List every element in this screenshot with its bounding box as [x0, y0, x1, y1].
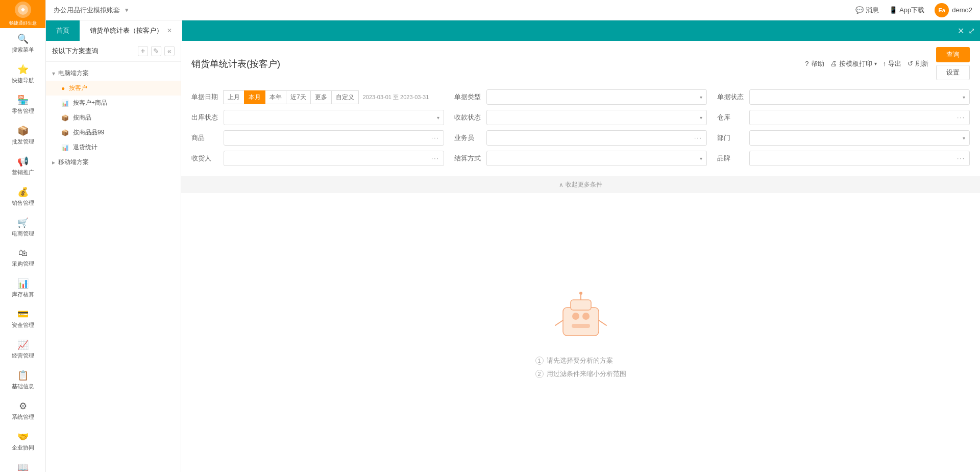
empty-tips: 1 请先选择要分析的方案 2 用过滤条件来缩小分析范围 [535, 356, 626, 379]
tab-sales-stats[interactable]: 销货单统计表（按客户） ✕ [80, 20, 182, 41]
sidebar-item-basic-info[interactable]: 📋 基础信息 [0, 365, 46, 395]
date-tab-this-year[interactable]: 本年 [265, 90, 286, 104]
tab-fullscreen-icon[interactable]: ⤢ [968, 26, 975, 36]
recipient-label: 收货人 [191, 154, 219, 163]
department-control[interactable]: ▾ [749, 130, 970, 146]
sidebar-item-retail-mgmt[interactable]: 🏪 零售管理 [0, 89, 46, 120]
scheme-panel: 按以下方案查询 + ✎ « ▾ 电脑端方案 ● 按客户 [46, 41, 181, 472]
system-mgmt-label: 系统管理 [12, 413, 34, 421]
date-control: 上月 本月 本年 近7天 更多 自定义 2023-03-01 至 2023-03… [224, 90, 444, 104]
settlement-control[interactable]: ▾ [486, 151, 707, 166]
message-button[interactable]: 💬 消息 [855, 6, 879, 15]
message-icon: 💬 [855, 6, 864, 14]
sidebar-item-new-guide[interactable]: 📖 新手引导 [0, 457, 46, 472]
user-area[interactable]: Ea demo2 [935, 3, 972, 17]
wholesale-mgmt-label: 批发管理 [12, 138, 34, 146]
recipient-control[interactable]: ··· [224, 151, 444, 166]
filter-type: 单据类型 ▾ [454, 89, 707, 105]
search-menu-icon: 🔍 [17, 33, 29, 44]
export-button[interactable]: ↑ 导出 [883, 59, 902, 68]
tree-item-icon-2: 📊 [61, 100, 69, 107]
sales-mgmt-label: 销售管理 [12, 199, 34, 207]
date-range: 2023-03-01 至 2023-03-31 [363, 93, 429, 101]
type-control[interactable]: ▾ [486, 89, 707, 105]
svg-line-6 [555, 320, 563, 325]
query-button[interactable]: 查询 [936, 47, 970, 62]
tree-group-desktop-title[interactable]: ▾ 电脑端方案 [46, 66, 181, 81]
recipient-dots: ··· [431, 155, 439, 162]
brand-control[interactable]: ··· [749, 151, 970, 166]
scheme-panel-title: 按以下方案查询 [52, 46, 99, 56]
tree-item-icon-4: 📦 [61, 129, 69, 136]
goods-label: 商品 [191, 133, 219, 143]
receipt-status-control[interactable]: ▾ [486, 110, 707, 125]
app-download-button[interactable]: 📱 App下载 [889, 6, 924, 15]
salesperson-label: 业务员 [454, 133, 482, 143]
status-control[interactable]: ▾ [749, 89, 970, 105]
sidebar-item-finance[interactable]: 💳 资金管理 [0, 303, 46, 334]
setting-button[interactable]: 设置 [936, 65, 970, 80]
sidebar-item-purchase[interactable]: 🛍 采购管理 [0, 243, 46, 273]
ecommerce-icon: 🛒 [17, 217, 29, 228]
scheme-tree: ▾ 电脑端方案 ● 按客户 📊 按客户+商品 📦 按商品 [46, 62, 181, 472]
retail-mgmt-label: 零售管理 [12, 107, 34, 115]
tree-item-return-stats[interactable]: 📊 退货统计 [46, 140, 181, 155]
app-title: 办公用品行业模拟账套 [54, 6, 120, 15]
sidebar-item-operation[interactable]: 📈 经营管理 [0, 334, 46, 365]
sidebar-item-quick-nav[interactable]: ⭐ 快捷导航 [0, 59, 46, 89]
tree-item-by-customer[interactable]: ● 按客户 [46, 81, 181, 96]
tab-close-icon[interactable]: ✕ [167, 27, 172, 34]
out-status-control[interactable]: ▾ [224, 110, 444, 125]
top-header: 办公用品行业模拟账套 ▾ 💬 消息 📱 App下载 Ea demo2 [46, 0, 980, 20]
ecommerce-label: 电商管理 [12, 230, 34, 238]
receipt-status-label: 收款状态 [454, 113, 482, 122]
goods-control[interactable]: ··· [224, 130, 444, 146]
svg-rect-2 [571, 300, 591, 310]
basic-info-label: 基础信息 [12, 383, 34, 390]
sidebar-item-sales-mgmt[interactable]: 💰 销售管理 [0, 181, 46, 212]
app-logo: 畅捷通好生意 [0, 0, 46, 28]
help-button[interactable]: ? 帮助 [805, 59, 824, 68]
date-tab-custom[interactable]: 自定义 [331, 90, 359, 104]
tree-item-by-customer-goods[interactable]: 📊 按客户+商品 [46, 96, 181, 110]
collapse-bar[interactable]: ∧ 收起更多条件 [181, 176, 980, 193]
tree-group-mobile-title[interactable]: ▸ 移动端方案 [46, 155, 181, 170]
refresh-button[interactable]: ↺ 刷新 [908, 59, 928, 68]
tree-item-label: 按客户 [69, 84, 87, 92]
filter-recipient: 收货人 ··· [191, 151, 444, 166]
tip-num-1: 1 [535, 357, 544, 365]
date-tab-more[interactable]: 更多 [310, 90, 332, 104]
app-title-dropdown-icon[interactable]: ▾ [125, 6, 129, 14]
empty-icon [550, 287, 611, 348]
sidebar-item-search-menu[interactable]: 🔍 搜索菜单 [0, 28, 46, 59]
filter-row-1: 单据日期 上月 本月 本年 近7天 更多 自定义 2023-03-01 至 20… [191, 89, 970, 105]
date-tab-this-month[interactable]: 本月 [244, 90, 265, 104]
scheme-collapse-icon[interactable]: « [164, 46, 175, 56]
scheme-edit-icon[interactable]: ✎ [151, 46, 161, 56]
date-tab-last-month[interactable]: 上月 [223, 90, 244, 104]
user-name: demo2 [952, 6, 972, 14]
sidebar-item-marketing[interactable]: 📢 营销推广 [0, 151, 46, 181]
sidebar-item-ecommerce[interactable]: 🛒 电商管理 [0, 212, 46, 243]
filter-settlement: 结算方式 ▾ [454, 151, 707, 166]
tab-close-window-icon[interactable]: ✕ [958, 26, 964, 36]
department-arrow: ▾ [963, 135, 965, 141]
sidebar-item-system-mgmt[interactable]: ⚙ 系统管理 [0, 395, 46, 426]
tree-item-by-goods[interactable]: 📦 按商品 [46, 110, 181, 125]
tree-item-icon-5: 📊 [61, 144, 69, 151]
sidebar-item-inventory[interactable]: 📊 库存核算 [0, 273, 46, 303]
refresh-icon: ↺ [908, 60, 913, 67]
avatar: Ea [935, 3, 949, 17]
warehouse-control[interactable]: ··· [749, 110, 970, 125]
main-wrapper: 办公用品行业模拟账套 ▾ 💬 消息 📱 App下载 Ea demo2 首页 销货… [46, 0, 980, 472]
tree-item-by-goods-99[interactable]: 📦 按商品品99 [46, 125, 181, 140]
tab-home[interactable]: 首页 [46, 20, 80, 41]
sidebar-item-enterprise-agreement[interactable]: 🤝 企业协同 [0, 426, 46, 457]
scheme-add-icon[interactable]: + [138, 46, 148, 56]
template-print-button[interactable]: 🖨 按模板打印 ▾ [830, 59, 877, 68]
salesperson-control[interactable]: ··· [486, 130, 707, 146]
enterprise-agreement-icon: 🤝 [17, 431, 29, 442]
date-tab-7days[interactable]: 近7天 [286, 90, 311, 104]
sidebar-item-wholesale-mgmt[interactable]: 📦 批发管理 [0, 120, 46, 151]
app-download-icon: 📱 [889, 6, 897, 14]
